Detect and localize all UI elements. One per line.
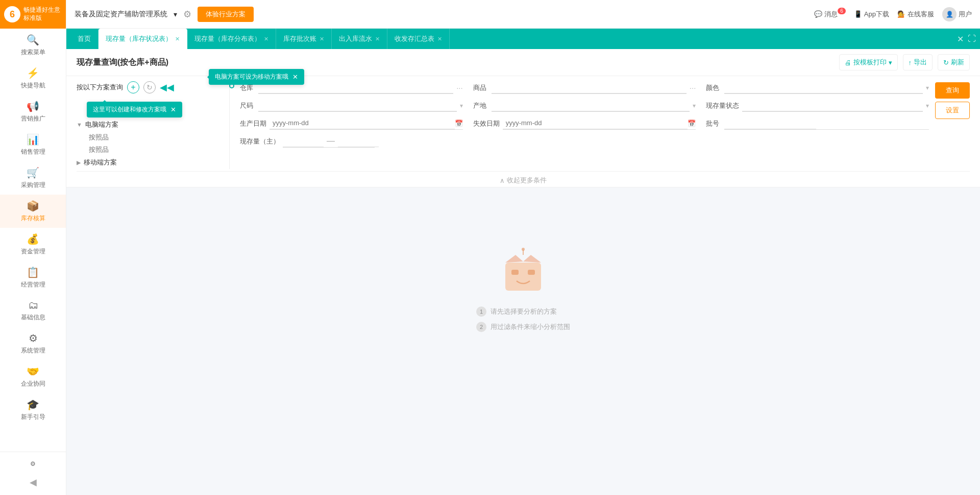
export-btn[interactable]: ↑ 导出 xyxy=(903,54,933,70)
tab-close-batch-ledger[interactable]: ✕ xyxy=(320,36,324,42)
size-input[interactable] xyxy=(258,99,457,111)
purchase-icon: 🛒 xyxy=(27,167,39,179)
refresh-scheme-btn[interactable]: ↻ xyxy=(143,81,156,93)
tab-close-inventory-status[interactable]: ✕ xyxy=(175,36,180,42)
sidebar-item-nav[interactable]: ⚡ 快捷导航 xyxy=(0,62,66,95)
sidebar-item-finance[interactable]: 💰 资金管理 xyxy=(0,228,66,261)
tooltip1-close[interactable]: ✕ xyxy=(292,73,298,81)
scheme-group-mobile-header[interactable]: ▶ 移动端方案 xyxy=(77,156,221,169)
sidebar-collapse-btn[interactable]: ◀ xyxy=(0,473,66,492)
sidebar-item-inventory[interactable]: 📦 库存核算 xyxy=(0,195,66,228)
stock-main-input-to[interactable] xyxy=(338,135,379,147)
scheme-group-desktop: ▼ 电脑端方案 按照品 按照品 xyxy=(77,118,221,156)
sidebar-item-sales[interactable]: 📊 销售管理 xyxy=(0,128,66,161)
sidebar-item-coop[interactable]: 🤝 企业协同 xyxy=(0,360,66,393)
content-area: 现存量查询(按仓库+商品) 🖨 按模板打印 ▾ ↑ 导出 ↻ 刷新 xyxy=(66,49,980,495)
fullscreen-icon[interactable]: ⛶ xyxy=(968,34,976,43)
hint-num-2: 2 xyxy=(476,322,486,332)
refresh-icon: ↻ xyxy=(943,59,949,66)
print-dropdown-icon: ▾ xyxy=(889,59,892,66)
sidebar-item-ops[interactable]: 📋 经营管理 xyxy=(0,261,66,294)
batch-input[interactable] xyxy=(724,117,816,129)
reset-button[interactable]: 设置 xyxy=(935,102,970,119)
tooltip2-close[interactable]: ✕ xyxy=(170,106,176,113)
goods-dots[interactable]: ··· xyxy=(690,83,696,92)
tab-inout-summary[interactable]: 收发存汇总表 ✕ xyxy=(387,29,450,49)
sidebar-item-purchase[interactable]: 🛒 采购管理 xyxy=(0,161,66,195)
batch-label: 批号 xyxy=(706,119,721,128)
tab-inout-flow[interactable]: 出入库流水 ✕ xyxy=(332,29,387,49)
exp-date-label: 失效日期 xyxy=(473,119,500,128)
stock-main-input-wrap: — xyxy=(283,135,375,148)
system-selector[interactable]: ▾ xyxy=(174,10,177,18)
tooltip1-popup: 电脑方案可设为移动方案哦 ✕ xyxy=(209,69,304,85)
tab-inventory-status[interactable]: 现存量（库存状况表） ✕ xyxy=(99,29,187,49)
stock-status-input[interactable] xyxy=(742,99,923,111)
sidebar-item-marketing[interactable]: 📢 营销推广 xyxy=(0,95,66,128)
message-badge: 6 xyxy=(838,8,846,14)
hint-num-1: 1 xyxy=(476,307,486,317)
stock-main-input-from[interactable] xyxy=(283,135,324,147)
exp-date-cal-icon[interactable]: 📅 xyxy=(688,120,696,127)
tab-inventory-dist[interactable]: 现存量（库存分布表） ✕ xyxy=(187,29,276,49)
add-scheme-btn[interactable]: + xyxy=(127,81,139,93)
exp-date-field: 失效日期 📅 xyxy=(473,117,696,130)
phone-icon: 📱 xyxy=(854,10,862,18)
sidebar-item-search[interactable]: 🔍 搜索菜单 xyxy=(0,29,66,62)
batch-field: 批号 xyxy=(706,117,929,130)
scheme-item-desktop-2[interactable]: 按照品 xyxy=(86,144,221,156)
origin-input[interactable] xyxy=(492,99,690,111)
tabs-bar: 首页 现存量（库存状况表） ✕ 现存量（库存分布表） ✕ 库存批次账 ✕ 出入库… xyxy=(66,29,980,49)
filter-label: 按以下方案查询 xyxy=(77,83,123,92)
origin-dropdown-icon[interactable]: ▾ xyxy=(693,102,696,109)
svg-rect-0 xyxy=(505,263,541,291)
ops-icon: 📋 xyxy=(27,266,39,278)
tab-close-inout-flow[interactable]: ✕ xyxy=(375,36,380,42)
arrow-left-btn[interactable]: ◀◀ xyxy=(160,82,174,93)
refresh-btn[interactable]: ↻ 刷新 xyxy=(938,54,970,70)
sidebar-settings-btn[interactable]: ⚙ xyxy=(0,455,66,473)
trial-button[interactable]: 体验行业方案 xyxy=(198,7,254,22)
collapse-row[interactable]: ∧ 收起更多条件 xyxy=(77,171,970,187)
goods-input[interactable] xyxy=(492,81,687,93)
tab-home[interactable]: 首页 xyxy=(70,29,99,49)
color-input[interactable] xyxy=(724,81,923,93)
tab-close-inventory-dist[interactable]: ✕ xyxy=(264,36,268,42)
filter-main-row: 按以下方案查询 + ↻ ◀◀ 电脑方案可设为移动方案哦 ✕ xyxy=(77,81,970,169)
prod-date-input-wrap: 📅 xyxy=(270,117,463,130)
prod-date-input[interactable] xyxy=(270,117,455,129)
tab-close-inout-summary[interactable]: ✕ xyxy=(437,36,442,42)
content-header: 现存量查询(按仓库+商品) 🖨 按模板打印 ▾ ↑ 导出 ↻ 刷新 xyxy=(66,49,980,76)
tab-batch-ledger[interactable]: 库存批次账 ✕ xyxy=(276,29,332,49)
empty-hint-2: 2 用过滤条件来缩小分析范围 xyxy=(476,322,570,332)
topbar-settings-btn[interactable]: ⚙ xyxy=(183,9,191,20)
filter-fields-area: 仓库 ··· 商品 ··· xyxy=(230,81,929,156)
sidebar-item-base[interactable]: 🗂 基础信息 xyxy=(0,294,66,327)
search-icon: 🔍 xyxy=(27,34,39,46)
close-all-icon[interactable]: ✕ xyxy=(957,34,964,44)
online-service-btn[interactable]: 💁 在线客服 xyxy=(897,10,934,19)
nav-icon: ⚡ xyxy=(27,67,39,79)
print-btn[interactable]: 🖨 按模板打印 ▾ xyxy=(839,54,898,70)
warehouse-dots[interactable]: ··· xyxy=(456,83,463,92)
message-icon: 💬 xyxy=(814,10,822,18)
logo-icon: 6 xyxy=(4,6,20,22)
sidebar: 6 畅捷通好生意 标准版 🔍 搜索菜单 ⚡ 快捷导航 📢 营销推广 📊 销售管理… xyxy=(0,0,66,495)
message-btn[interactable]: 💬 消息 6 xyxy=(814,10,846,19)
chevron-right-icon: ▶ xyxy=(77,159,81,166)
logo-area: 6 畅捷通好生意 标准版 xyxy=(0,0,66,29)
scheme-group-desktop-header[interactable]: ▼ 电脑端方案 xyxy=(77,118,221,131)
size-dropdown-icon[interactable]: ▾ xyxy=(460,102,463,109)
batch-input-wrap xyxy=(724,117,929,130)
app-download-btn[interactable]: 📱 App下载 xyxy=(854,10,889,19)
exp-date-input[interactable] xyxy=(503,117,688,129)
stock-main-dash: — xyxy=(324,136,338,146)
chevron-up-icon: ∧ xyxy=(500,177,505,184)
prod-date-cal-icon[interactable]: 📅 xyxy=(455,120,463,127)
search-button[interactable]: 查询 xyxy=(935,82,970,99)
sidebar-item-system[interactable]: ⚙ 系统管理 xyxy=(0,327,66,360)
scheme-item-desktop-1[interactable]: 按照品 xyxy=(86,131,221,144)
user-area[interactable]: 👤 用户 xyxy=(942,7,972,21)
stock-main-label: 现存量（主） xyxy=(240,137,280,146)
sidebar-item-guide[interactable]: 🎓 新手引导 xyxy=(0,393,66,427)
